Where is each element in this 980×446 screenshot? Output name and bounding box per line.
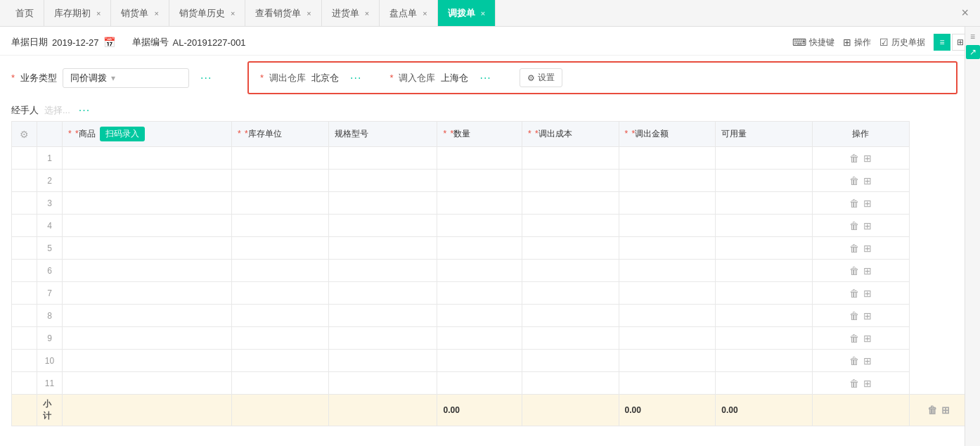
copy-row-icon[interactable]: ⊞ bbox=[863, 220, 872, 231]
cell-qty[interactable] bbox=[437, 215, 522, 237]
cell-cost[interactable] bbox=[522, 327, 619, 350]
cell-product[interactable] bbox=[63, 147, 232, 170]
cell-spec[interactable] bbox=[328, 260, 437, 282]
settings-button[interactable]: ⚙ 设置 bbox=[520, 68, 562, 87]
cell-qty[interactable] bbox=[437, 237, 522, 260]
cell-amount[interactable] bbox=[619, 192, 716, 215]
cell-spec[interactable] bbox=[328, 350, 437, 372]
tab-sales-history[interactable]: 销货单历史 × bbox=[169, 0, 245, 26]
handler-more-button[interactable]: ··· bbox=[79, 104, 90, 117]
delete-row-icon[interactable]: 🗑 bbox=[849, 355, 859, 367]
cell-amount[interactable] bbox=[619, 282, 716, 305]
copy-row-icon[interactable]: ⊞ bbox=[863, 175, 872, 186]
tab-home[interactable]: 首页 bbox=[6, 0, 44, 26]
copy-row-icon[interactable]: ⊞ bbox=[863, 310, 872, 321]
cell-cost[interactable] bbox=[522, 192, 619, 215]
cell-qty[interactable] bbox=[437, 305, 522, 327]
sidebar-export-icon[interactable]: ↗ bbox=[966, 45, 980, 59]
cell-unit[interactable] bbox=[231, 215, 328, 237]
tab-transfer-order[interactable]: 调拨单 × bbox=[438, 0, 496, 26]
cell-spec[interactable] bbox=[328, 327, 437, 350]
cell-available[interactable] bbox=[716, 372, 813, 395]
cell-spec[interactable] bbox=[328, 305, 437, 327]
copy-row-icon[interactable]: ⊞ bbox=[863, 355, 872, 367]
scan-button[interactable]: 扫码录入 bbox=[100, 127, 145, 141]
calendar-icon[interactable]: 📅 bbox=[103, 37, 115, 48]
cell-qty[interactable] bbox=[437, 170, 522, 192]
cell-spec[interactable] bbox=[328, 170, 437, 192]
wh-in-more-button[interactable]: ··· bbox=[479, 72, 491, 84]
cell-product[interactable] bbox=[63, 215, 232, 237]
view-list-button[interactable]: ≡ bbox=[934, 34, 950, 51]
cell-product[interactable] bbox=[63, 350, 232, 372]
delete-row-icon[interactable]: 🗑 bbox=[849, 378, 859, 389]
cell-spec[interactable] bbox=[328, 147, 437, 170]
cell-product[interactable] bbox=[63, 372, 232, 395]
copy-row-icon[interactable]: ⊞ bbox=[863, 333, 872, 344]
copy-row-icon[interactable]: ⊞ bbox=[863, 288, 872, 299]
delete-row-icon[interactable]: 🗑 bbox=[849, 310, 859, 321]
cell-unit[interactable] bbox=[231, 170, 328, 192]
cell-spec[interactable] bbox=[328, 282, 437, 305]
delete-row-icon[interactable]: 🗑 bbox=[849, 288, 859, 299]
cell-spec[interactable] bbox=[328, 192, 437, 215]
cell-unit[interactable] bbox=[231, 327, 328, 350]
cell-cost[interactable] bbox=[522, 147, 619, 170]
copy-row-icon[interactable]: ⊞ bbox=[863, 243, 872, 254]
cell-available[interactable] bbox=[716, 147, 813, 170]
subtotal-copy-icon[interactable]: ⊞ bbox=[941, 404, 950, 416]
window-close-button[interactable]: × bbox=[955, 6, 974, 20]
tab-close-purchase-order[interactable]: × bbox=[365, 9, 369, 18]
cell-available[interactable] bbox=[716, 350, 813, 372]
copy-row-icon[interactable]: ⊞ bbox=[863, 153, 872, 164]
wh-out-more-button[interactable]: ··· bbox=[350, 72, 361, 84]
delete-row-icon[interactable]: 🗑 bbox=[849, 333, 859, 344]
tab-close-transfer-order[interactable]: × bbox=[481, 9, 485, 18]
copy-row-icon[interactable]: ⊞ bbox=[863, 265, 872, 276]
cell-spec[interactable] bbox=[328, 372, 437, 395]
tab-close-view-sales[interactable]: × bbox=[307, 9, 311, 18]
cell-qty[interactable] bbox=[437, 327, 522, 350]
business-type-dropdown[interactable]: 同价调拨 ▾ bbox=[63, 68, 189, 88]
cell-qty[interactable] bbox=[437, 260, 522, 282]
cell-spec[interactable] bbox=[328, 215, 437, 237]
cell-available[interactable] bbox=[716, 260, 813, 282]
cell-unit[interactable] bbox=[231, 237, 328, 260]
shortcut-button[interactable]: ⌨ 快捷键 bbox=[792, 37, 834, 49]
delete-row-icon[interactable]: 🗑 bbox=[849, 265, 859, 276]
tab-view-sales[interactable]: 查看销货单 × bbox=[245, 0, 321, 26]
cell-cost[interactable] bbox=[522, 305, 619, 327]
tab-sales-order[interactable]: 销货单 × bbox=[111, 0, 169, 26]
cell-qty[interactable] bbox=[437, 372, 522, 395]
cell-unit[interactable] bbox=[231, 282, 328, 305]
cell-available[interactable] bbox=[716, 170, 813, 192]
cell-available[interactable] bbox=[716, 282, 813, 305]
cell-cost[interactable] bbox=[522, 215, 619, 237]
gear-icon[interactable]: ⚙ bbox=[20, 129, 29, 140]
cell-amount[interactable] bbox=[619, 305, 716, 327]
cell-available[interactable] bbox=[716, 237, 813, 260]
cell-unit[interactable] bbox=[231, 147, 328, 170]
cell-amount[interactable] bbox=[619, 215, 716, 237]
tab-close-sales-history[interactable]: × bbox=[231, 9, 235, 18]
cell-cost[interactable] bbox=[522, 237, 619, 260]
cell-spec[interactable] bbox=[328, 237, 437, 260]
cell-available[interactable] bbox=[716, 215, 813, 237]
cell-available[interactable] bbox=[716, 192, 813, 215]
delete-row-icon[interactable]: 🗑 bbox=[849, 198, 859, 209]
cell-product[interactable] bbox=[63, 260, 232, 282]
cell-cost[interactable] bbox=[522, 170, 619, 192]
tab-close-sales-order[interactable]: × bbox=[154, 9, 158, 18]
cell-product[interactable] bbox=[63, 282, 232, 305]
copy-row-icon[interactable]: ⊞ bbox=[863, 198, 872, 209]
tab-inventory-check[interactable]: 盘点单 × bbox=[380, 0, 437, 26]
cell-cost[interactable] bbox=[522, 372, 619, 395]
cell-unit[interactable] bbox=[231, 305, 328, 327]
delete-row-icon[interactable]: 🗑 bbox=[849, 175, 859, 186]
operation-button[interactable]: ⊞ 操作 bbox=[843, 37, 871, 49]
cell-qty[interactable] bbox=[437, 147, 522, 170]
tab-purchase-order[interactable]: 进货单 × bbox=[322, 0, 380, 26]
tab-close-inventory-check[interactable]: × bbox=[423, 9, 427, 18]
tab-inventory-init[interactable]: 库存期初 × bbox=[44, 0, 111, 26]
cell-product[interactable] bbox=[63, 305, 232, 327]
